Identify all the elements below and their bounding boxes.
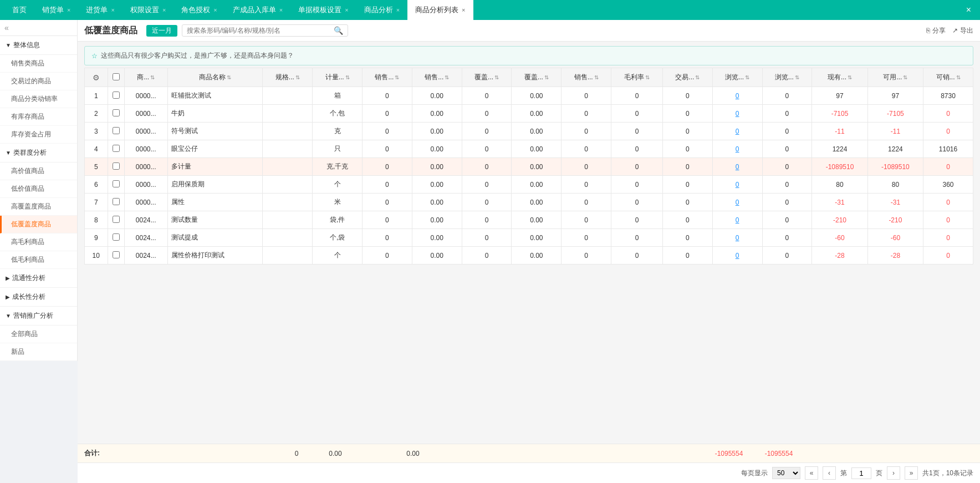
col-sales2[interactable]: 销售...⇅: [412, 68, 462, 87]
select-all-checkbox[interactable]: [113, 73, 120, 80]
sidebar-section-cluster[interactable]: ▼ 类群度分析: [0, 144, 77, 162]
prev-page-btn[interactable]: ‹: [823, 466, 836, 480]
row-browse2: 0: [762, 211, 812, 229]
col-stock2[interactable]: 可用...⇅: [867, 68, 923, 87]
col-settings[interactable]: ⚙: [85, 68, 108, 87]
col-sales1[interactable]: 销售...⇅: [363, 68, 412, 87]
col-unit[interactable]: 计量...⇅: [313, 68, 363, 87]
search-input[interactable]: [187, 27, 334, 34]
row-checkbox-input[interactable]: [113, 198, 120, 205]
col-browse1[interactable]: 浏览...⇅: [712, 68, 762, 87]
sidebar-item-high-value[interactable]: 高价值商品: [0, 162, 77, 180]
nav-product-analysis[interactable]: 商品分析 ×: [356, 0, 407, 20]
col-trade[interactable]: 交易...⇅: [662, 68, 712, 87]
sidebar-item-high-coverage[interactable]: 高覆盖度商品: [0, 198, 77, 216]
sidebar-item-high-gross[interactable]: 高毛利商品: [0, 233, 77, 251]
nav-sales-order-close[interactable]: ×: [67, 7, 70, 13]
row-checkbox-input[interactable]: [113, 251, 120, 258]
col-browse2[interactable]: 浏览...⇅: [762, 68, 812, 87]
sidebar-collapse-btn[interactable]: «: [4, 23, 9, 32]
col-stock1[interactable]: 现有...⇅: [812, 68, 867, 87]
share-button[interactable]: ⎘ 分享: [926, 26, 946, 35]
export-button[interactable]: ↗ 导出: [952, 26, 973, 35]
first-page-btn[interactable]: «: [805, 466, 818, 480]
nav-product-analysis-list[interactable]: 商品分析列表 ×: [407, 0, 473, 20]
row-browse1[interactable]: 0: [712, 87, 762, 105]
nav-production[interactable]: 产成品入库单 ×: [225, 0, 290, 20]
nav-sales-order[interactable]: 销货单 ×: [34, 0, 78, 20]
search-icon[interactable]: 🔍: [334, 26, 343, 35]
sidebar-item-low-value[interactable]: 低价值商品: [0, 180, 77, 198]
sidebar-item-sales-goods[interactable]: 销售类商品: [0, 55, 77, 73]
sidebar-section-flow[interactable]: ▶ 流通性分析: [0, 269, 77, 288]
row-checkbox-input[interactable]: [113, 233, 120, 241]
nav-production-close[interactable]: ×: [279, 7, 283, 13]
row-checkbox-input[interactable]: [113, 216, 120, 223]
nav-template-close[interactable]: ×: [345, 7, 348, 13]
row-checkbox[interactable]: [108, 194, 124, 211]
col-name[interactable]: 商品名称⇅: [167, 68, 263, 87]
row-checkbox-input[interactable]: [113, 180, 120, 187]
next-page-btn[interactable]: ›: [887, 466, 900, 480]
row-browse1[interactable]: 0: [712, 123, 762, 140]
col-gross[interactable]: 毛利率⇅: [611, 68, 663, 87]
col-spec[interactable]: 规格...⇅: [263, 68, 313, 87]
sidebar-section-marketing[interactable]: ▼ 营销推广分析: [0, 307, 77, 326]
row-browse1[interactable]: 0: [712, 140, 762, 158]
nav-purchase-close[interactable]: ×: [111, 7, 114, 13]
page-size-select[interactable]: 20 50 100: [772, 467, 800, 479]
row-browse1[interactable]: 0: [712, 211, 762, 229]
sidebar-item-all-goods[interactable]: 全部商品: [0, 326, 77, 343]
date-filter-btn[interactable]: 近一月: [146, 25, 177, 37]
col-coverage2[interactable]: 覆盖...⇅: [512, 68, 562, 87]
row-browse1[interactable]: 0: [712, 194, 762, 211]
col-coverage1[interactable]: 覆盖...⇅: [462, 68, 512, 87]
sidebar-item-new-goods[interactable]: 新品: [0, 343, 77, 361]
row-checkbox[interactable]: [108, 176, 124, 194]
nav-role-auth-close[interactable]: ×: [213, 7, 217, 13]
settings-icon[interactable]: ⚙: [93, 73, 100, 82]
row-checkbox-input[interactable]: [113, 127, 120, 134]
sidebar-item-category-rate[interactable]: 商品分类动销率: [0, 90, 77, 108]
row-checkbox-input[interactable]: [113, 162, 120, 170]
last-page-btn[interactable]: »: [905, 466, 918, 480]
sidebar-section-overall[interactable]: ▼ 整体信息: [0, 36, 77, 55]
nav-permissions[interactable]: 权限设置 ×: [122, 0, 173, 20]
row-browse1[interactable]: 0: [712, 229, 762, 247]
row-checkbox[interactable]: [108, 105, 124, 123]
row-checkbox[interactable]: [108, 247, 124, 265]
col-sales3[interactable]: 销售...⇅: [562, 68, 611, 87]
row-browse1[interactable]: 0: [712, 247, 762, 265]
page-input[interactable]: [851, 467, 871, 479]
sidebar-item-low-coverage[interactable]: 低覆盖度商品: [0, 216, 77, 233]
sidebar-section-growth[interactable]: ▶ 成长性分析: [0, 288, 77, 307]
top-navigation: 首页 销货单 × 进货单 × 权限设置 × 角色授权 × 产成品入库单 × 单据…: [0, 0, 980, 20]
nav-template[interactable]: 单据模板设置 ×: [290, 0, 356, 20]
sidebar-item-traded-goods[interactable]: 交易过的商品: [0, 73, 77, 90]
row-checkbox[interactable]: [108, 229, 124, 247]
nav-role-auth[interactable]: 角色授权 ×: [173, 0, 224, 20]
row-checkbox-input[interactable]: [113, 109, 120, 116]
nav-home[interactable]: 首页: [4, 0, 34, 20]
row-checkbox[interactable]: [108, 123, 124, 140]
nav-permissions-close[interactable]: ×: [162, 7, 166, 13]
sidebar-item-in-stock[interactable]: 有库存商品: [0, 108, 77, 126]
row-checkbox-input[interactable]: [113, 145, 120, 152]
sidebar-item-low-gross[interactable]: 低毛利商品: [0, 251, 77, 269]
nav-purchase[interactable]: 进货单 ×: [78, 0, 122, 20]
row-checkbox[interactable]: [108, 211, 124, 229]
window-close-button[interactable]: ×: [962, 5, 976, 15]
row-browse1[interactable]: 0: [712, 105, 762, 123]
col-saleable[interactable]: 可销...⇅: [923, 68, 973, 87]
row-checkbox-input[interactable]: [113, 91, 120, 99]
sidebar-item-capital[interactable]: 库存资金占用: [0, 126, 77, 144]
nav-product-analysis-close[interactable]: ×: [396, 7, 400, 13]
col-code[interactable]: 商...⇅: [124, 68, 167, 87]
row-checkbox[interactable]: [108, 87, 124, 105]
export-icon: ↗: [952, 27, 958, 34]
row-checkbox[interactable]: [108, 158, 124, 176]
row-browse1[interactable]: 0: [712, 176, 762, 194]
nav-product-analysis-list-close[interactable]: ×: [462, 7, 465, 13]
row-browse1[interactable]: 0: [712, 158, 762, 176]
row-checkbox[interactable]: [108, 140, 124, 158]
